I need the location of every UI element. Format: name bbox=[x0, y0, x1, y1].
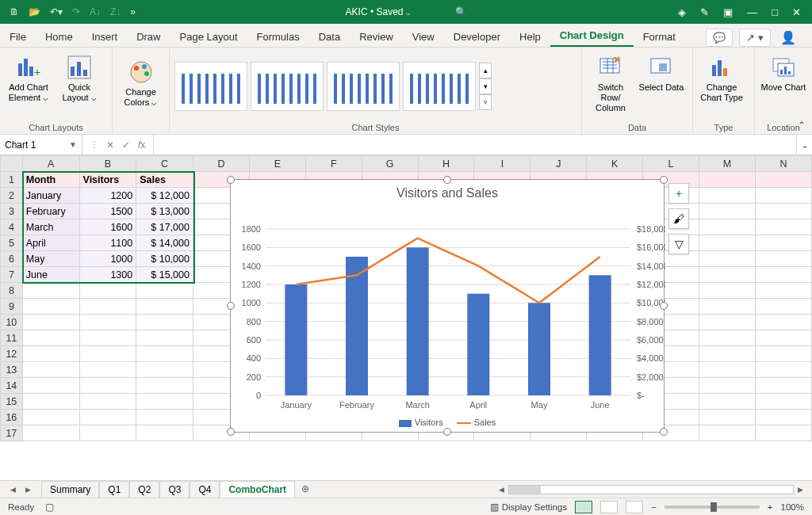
cell[interactable] bbox=[699, 299, 756, 315]
cell[interactable] bbox=[79, 362, 136, 378]
cell[interactable] bbox=[699, 410, 756, 425]
cell[interactable]: February bbox=[22, 204, 79, 219]
cell[interactable] bbox=[136, 283, 193, 299]
col-header-K[interactable]: K bbox=[587, 156, 643, 172]
resize-handle[interactable] bbox=[227, 176, 235, 184]
cell[interactable] bbox=[136, 299, 193, 315]
cell[interactable] bbox=[22, 362, 79, 378]
chart-style-thumb[interactable] bbox=[174, 62, 247, 111]
chart-elements-button[interactable]: + bbox=[668, 183, 689, 204]
cell[interactable] bbox=[755, 330, 811, 346]
ribbon-mode-icon[interactable]: ▣ bbox=[723, 6, 733, 18]
cell[interactable] bbox=[699, 330, 756, 346]
worksheet-grid[interactable]: ABCDEFGHIJKLMN1MonthVisitorsSales2Januar… bbox=[0, 155, 812, 480]
tab-formulas[interactable]: Formulas bbox=[247, 26, 309, 47]
cell[interactable] bbox=[79, 315, 136, 330]
fx-icon[interactable]: fx bbox=[138, 139, 145, 151]
select-all-cell[interactable] bbox=[1, 156, 23, 172]
row-header-11[interactable]: 11 bbox=[1, 330, 23, 346]
change-colors-button[interactable]: Change Colors ⌵ bbox=[117, 57, 164, 125]
col-header-F[interactable]: F bbox=[305, 156, 362, 172]
col-header-H[interactable]: H bbox=[418, 156, 474, 172]
col-header-C[interactable]: C bbox=[136, 156, 193, 172]
cell[interactable] bbox=[79, 410, 136, 425]
hscroll-right-icon[interactable]: ▶ bbox=[795, 486, 806, 494]
cell[interactable] bbox=[79, 394, 136, 410]
cell[interactable] bbox=[79, 283, 136, 299]
sheet-tab-combochart[interactable]: ComboChart bbox=[220, 481, 295, 498]
cell[interactable] bbox=[22, 394, 79, 410]
cell[interactable] bbox=[22, 346, 79, 362]
row-header-5[interactable]: 5 bbox=[1, 235, 23, 251]
row-header-17[interactable]: 17 bbox=[1, 425, 23, 441]
qat-more-icon[interactable]: » bbox=[130, 6, 136, 17]
chart-style-thumb[interactable] bbox=[251, 62, 324, 111]
namebox-more-icon[interactable]: ⋮ bbox=[90, 140, 98, 149]
search-icon[interactable]: 🔍 bbox=[455, 6, 467, 17]
row-header-4[interactable]: 4 bbox=[1, 219, 23, 235]
cell[interactable]: 1000 bbox=[79, 251, 136, 267]
cell[interactable]: May bbox=[22, 251, 79, 267]
sheet-tab-summary[interactable]: Summary bbox=[41, 481, 99, 498]
cell[interactable] bbox=[755, 251, 811, 267]
row-header-16[interactable]: 16 bbox=[1, 410, 23, 425]
minimize-icon[interactable]: — bbox=[747, 6, 757, 18]
cell[interactable] bbox=[699, 267, 756, 283]
switch-row-column-button[interactable]: Switch Row/ Column bbox=[587, 52, 634, 120]
resize-handle[interactable] bbox=[227, 302, 235, 310]
wand-icon[interactable]: ✎ bbox=[700, 6, 709, 18]
cell[interactable] bbox=[755, 283, 811, 299]
resize-handle[interactable] bbox=[227, 428, 235, 436]
cell[interactable]: 1600 bbox=[79, 219, 136, 235]
col-header-M[interactable]: M bbox=[699, 156, 756, 172]
cell[interactable] bbox=[755, 362, 811, 378]
zoom-in-button[interactable]: + bbox=[768, 502, 773, 512]
cell[interactable] bbox=[699, 219, 756, 235]
cell[interactable] bbox=[22, 299, 79, 315]
cell[interactable] bbox=[136, 346, 193, 362]
change-chart-type-button[interactable]: Change Chart Type bbox=[698, 52, 745, 120]
cell[interactable] bbox=[699, 362, 756, 378]
gallery-down-icon[interactable]: ▾ bbox=[479, 78, 492, 94]
cell[interactable] bbox=[755, 219, 811, 235]
cell[interactable] bbox=[755, 299, 811, 315]
tab-format[interactable]: Format bbox=[634, 26, 685, 47]
col-header-G[interactable]: G bbox=[362, 156, 418, 172]
add-chart-element-button[interactable]: + Add Chart Element ⌵ bbox=[5, 52, 52, 120]
cell[interactable]: $ 17,000 bbox=[136, 219, 193, 235]
cell[interactable] bbox=[755, 394, 811, 410]
cell[interactable] bbox=[755, 235, 811, 251]
tab-review[interactable]: Review bbox=[350, 26, 403, 47]
tab-insert[interactable]: Insert bbox=[82, 26, 128, 47]
cell[interactable] bbox=[699, 188, 756, 204]
sort-asc-icon[interactable]: A↓ bbox=[90, 6, 101, 17]
row-header-15[interactable]: 15 bbox=[1, 394, 23, 410]
row-header-10[interactable]: 10 bbox=[1, 315, 23, 330]
save-state-dropdown-icon[interactable]: ⌵ bbox=[406, 9, 410, 17]
cell[interactable] bbox=[136, 362, 193, 378]
cell[interactable] bbox=[22, 410, 79, 425]
cell[interactable] bbox=[755, 267, 811, 283]
chart-plot-area[interactable]: 020040060080010001200140016001800$-$2,00… bbox=[231, 202, 665, 413]
enter-formula-icon[interactable]: ✓ bbox=[122, 139, 130, 151]
tab-home[interactable]: Home bbox=[36, 26, 82, 47]
resize-handle[interactable] bbox=[660, 302, 668, 310]
cell[interactable] bbox=[79, 378, 136, 394]
open-icon[interactable]: 📂 bbox=[29, 6, 40, 17]
sheet-nav-next-icon[interactable]: ▶ bbox=[23, 486, 33, 494]
chart-style-thumb[interactable] bbox=[327, 62, 400, 111]
cell[interactable]: Sales bbox=[136, 172, 193, 188]
cancel-formula-icon[interactable]: ✕ bbox=[106, 139, 114, 151]
cell[interactable] bbox=[136, 330, 193, 346]
cell[interactable]: April bbox=[22, 235, 79, 251]
cell[interactable] bbox=[755, 204, 811, 219]
tab-file[interactable]: File bbox=[0, 26, 36, 47]
redo-icon[interactable]: ↷ bbox=[72, 6, 80, 17]
row-header-14[interactable]: 14 bbox=[1, 378, 23, 394]
move-chart-button[interactable]: Move Chart bbox=[760, 52, 807, 120]
add-sheet-button[interactable]: ⊕ bbox=[295, 481, 316, 498]
cell[interactable]: $ 14,000 bbox=[136, 235, 193, 251]
gallery-up-icon[interactable]: ▴ bbox=[479, 63, 492, 78]
tab-developer[interactable]: Developer bbox=[444, 26, 510, 47]
cell[interactable] bbox=[136, 410, 193, 425]
